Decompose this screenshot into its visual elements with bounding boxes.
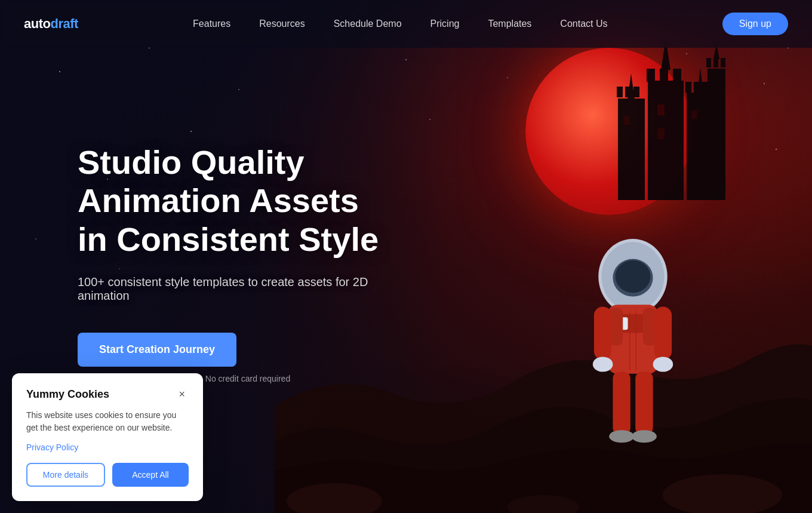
- svg-marker-38: [697, 67, 703, 94]
- svg-rect-43: [691, 110, 697, 119]
- nav-link-contact-us[interactable]: Contact Us: [560, 19, 607, 29]
- svg-rect-41: [657, 128, 665, 139]
- hero-title-line2: in Consistent Style: [78, 220, 379, 258]
- svg-rect-24: [647, 69, 655, 82]
- svg-point-62: [609, 430, 634, 443]
- nav-links: Features Resources Schedule Demo Pricing…: [193, 19, 607, 29]
- accept-all-button[interactable]: Accept All: [112, 463, 189, 487]
- navbar: autodraft Features Resources Schedule De…: [0, 0, 812, 48]
- logo-auto: auto: [24, 16, 50, 31]
- nav-item-schedule-demo[interactable]: Schedule Demo: [334, 19, 402, 29]
- svg-rect-30: [685, 82, 691, 93]
- svg-rect-61: [635, 372, 653, 435]
- hero-subtitle: 100+ consistent style templates to creat…: [78, 275, 418, 303]
- svg-point-50: [616, 260, 651, 293]
- logo-draft: draft: [50, 16, 78, 31]
- svg-rect-32: [702, 82, 708, 93]
- logo-text: autodraft: [24, 16, 78, 32]
- hero-content: Studio Quality Animation Assets in Consi…: [0, 48, 418, 383]
- cookie-actions: More details Accept All: [26, 463, 189, 487]
- logo[interactable]: autodraft: [24, 16, 78, 32]
- svg-rect-23: [708, 69, 725, 200]
- nav-item-resources[interactable]: Resources: [259, 19, 304, 29]
- hero-title-line1: Studio Quality Animation Assets: [78, 143, 359, 219]
- cookie-header: Yummy Cookies ×: [26, 388, 189, 401]
- svg-rect-56: [594, 306, 611, 360]
- cookie-banner: Yummy Cookies × This website uses cookie…: [12, 373, 203, 501]
- castle-silhouette: [606, 33, 725, 202]
- nav-item-contact-us[interactable]: Contact Us: [560, 19, 607, 29]
- svg-rect-57: [654, 306, 672, 360]
- cta-button[interactable]: Start Creation Journey: [78, 333, 236, 367]
- svg-rect-25: [660, 69, 668, 82]
- svg-rect-20: [648, 81, 684, 200]
- nav-item-pricing[interactable]: Pricing: [430, 19, 460, 29]
- svg-rect-27: [617, 87, 623, 97]
- signup-button[interactable]: Sign up: [722, 13, 788, 35]
- svg-rect-29: [633, 87, 639, 97]
- svg-rect-33: [706, 58, 711, 67]
- svg-point-58: [593, 357, 613, 371]
- more-details-button[interactable]: More details: [26, 463, 105, 487]
- svg-rect-26: [673, 69, 681, 82]
- svg-rect-34: [713, 58, 718, 67]
- nav-link-resources[interactable]: Resources: [259, 19, 304, 29]
- hero-title: Studio Quality Animation Assets in Consi…: [78, 143, 418, 259]
- svg-rect-35: [721, 58, 725, 67]
- cookie-title: Yummy Cookies: [26, 388, 109, 401]
- cookie-body-text: This website uses cookies to ensure you …: [26, 409, 189, 434]
- astronaut-figure: [567, 226, 699, 477]
- cookie-close-button[interactable]: ×: [175, 388, 189, 401]
- svg-rect-42: [624, 116, 630, 125]
- nav-item-templates[interactable]: Templates: [488, 19, 531, 29]
- svg-rect-60: [613, 372, 630, 435]
- svg-rect-40: [657, 105, 665, 115]
- nav-link-schedule-demo[interactable]: Schedule Demo: [334, 19, 402, 29]
- svg-rect-21: [618, 99, 645, 200]
- svg-point-59: [653, 357, 673, 371]
- nav-link-features[interactable]: Features: [193, 19, 230, 29]
- svg-point-63: [632, 430, 657, 443]
- nav-item-features[interactable]: Features: [193, 19, 230, 29]
- privacy-policy-link[interactable]: Privacy Policy: [26, 443, 189, 452]
- nav-link-templates[interactable]: Templates: [488, 19, 531, 29]
- nav-link-pricing[interactable]: Pricing: [430, 19, 460, 29]
